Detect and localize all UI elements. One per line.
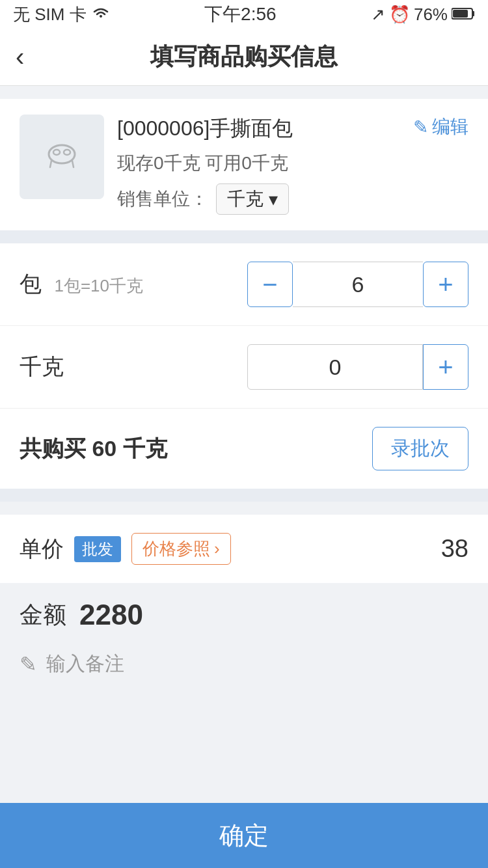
bao-label: 包 1包=10千克 — [20, 269, 247, 299]
product-unit: 销售单位： 千克 ▾ — [117, 183, 468, 215]
location-icon: ↗ — [371, 5, 385, 25]
svg-point-4 — [53, 150, 60, 155]
price-label: 单价 — [20, 534, 64, 564]
status-right: ↗ ⏰ 76% — [371, 5, 475, 25]
product-stock: 现存0千克 可用0千克 — [117, 151, 468, 176]
product-image — [20, 115, 104, 199]
kg-plus-button[interactable]: + — [423, 344, 468, 390]
batch-button[interactable]: 录批次 — [372, 427, 468, 470]
status-left: 无 SIM 卡 — [13, 3, 110, 26]
kg-label: 千克 — [20, 352, 247, 382]
alarm-icon: ⏰ — [389, 5, 410, 25]
separator-2 — [0, 489, 488, 502]
chevron-down-icon: ▾ — [269, 189, 278, 210]
total-amount: 60 — [92, 436, 116, 461]
edit-button[interactable]: ✎ 编辑 — [413, 115, 468, 139]
price-row: 单价 批发 价格参照 › 38 — [20, 533, 468, 565]
bao-hint: 1包=10千克 — [54, 276, 143, 295]
bao-input[interactable] — [293, 262, 423, 307]
edit-icon: ✎ — [413, 116, 428, 138]
bao-input-section: 包 1包=10千克 − + 千克 + — [0, 243, 488, 409]
no-sim-text: 无 SIM 卡 — [13, 3, 87, 26]
note-row[interactable]: ✎ 输入备注 — [20, 644, 468, 690]
amount-label: 金额 — [20, 599, 66, 631]
svg-rect-2 — [453, 10, 468, 18]
separator-1 — [0, 230, 488, 243]
svg-line-7 — [72, 161, 74, 167]
unit-selector[interactable]: 千克 ▾ — [216, 183, 289, 215]
status-bar: 无 SIM 卡 下午2:56 ↗ ⏰ 76% — [0, 0, 488, 29]
stock-current: 现存0千克 — [117, 153, 200, 173]
bao-controls: − + — [247, 262, 468, 307]
price-value: 38 — [441, 535, 468, 563]
amount-value: 2280 — [79, 599, 143, 631]
unit-label: 销售单位： — [117, 187, 208, 211]
confirm-button[interactable]: 确定 — [0, 803, 488, 868]
total-row: 共购买 60 千克 录批次 — [0, 409, 488, 489]
price-tag: 批发 — [74, 536, 121, 562]
kg-input[interactable] — [247, 344, 423, 390]
svg-line-6 — [50, 161, 51, 167]
chevron-right-icon: › — [214, 539, 220, 559]
note-placeholder: 输入备注 — [46, 651, 124, 677]
svg-rect-1 — [472, 11, 474, 16]
svg-point-5 — [64, 150, 70, 155]
page-title: 填写商品购买信息 — [150, 41, 338, 73]
status-time: 下午2:56 — [204, 2, 277, 27]
bao-minus-button[interactable]: − — [247, 262, 293, 307]
battery-icon — [452, 5, 475, 25]
total-text: 共购买 60 千克 — [20, 434, 167, 464]
product-card: [0000006]手撕面包 现存0千克 可用0千克 销售单位： 千克 ▾ ✎ 编… — [0, 99, 488, 230]
price-ref-button[interactable]: 价格参照 › — [131, 533, 231, 565]
kg-controls: + — [247, 344, 468, 390]
bao-row: 包 1包=10千克 − + — [0, 243, 488, 326]
kg-row: 千克 + — [0, 326, 488, 409]
wifi-icon — [92, 5, 110, 25]
amount-row: 金额 2280 — [20, 599, 468, 631]
nav-bar: ‹ 填写商品购买信息 — [0, 29, 488, 86]
stock-available: 可用0千克 — [205, 153, 288, 173]
svg-point-3 — [49, 145, 75, 163]
battery-text: 76% — [414, 5, 448, 25]
back-button[interactable]: ‹ — [16, 42, 24, 72]
note-icon: ✎ — [20, 652, 37, 677]
price-section: 单价 批发 价格参照 › 38 — [0, 515, 488, 583]
amount-section: 金额 2280 ✎ 输入备注 — [0, 583, 488, 690]
bao-plus-button[interactable]: + — [423, 262, 468, 307]
